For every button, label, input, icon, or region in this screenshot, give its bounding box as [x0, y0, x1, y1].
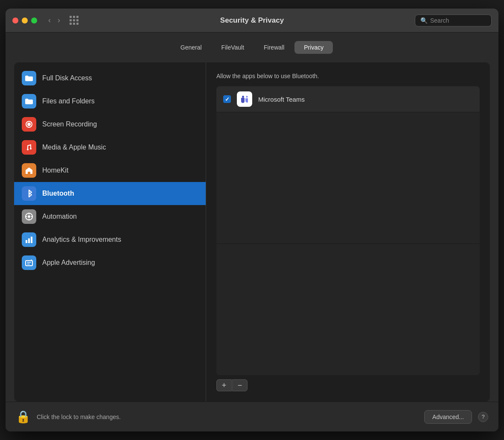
- lock-icon[interactable]: 🔒: [16, 410, 31, 424]
- svg-point-3: [30, 148, 32, 150]
- window-title: Security & Privacy: [220, 16, 284, 25]
- advanced-button[interactable]: Advanced...: [424, 410, 472, 424]
- sidebar-item-label: Automation: [42, 213, 77, 220]
- screen-recording-icon: [22, 117, 36, 132]
- svg-rect-13: [26, 261, 32, 266]
- list-controls: + −: [216, 379, 480, 391]
- automation-icon: [22, 209, 36, 224]
- apple-advertising-icon: [22, 255, 36, 270]
- app-row-microsoft-teams[interactable]: ✓ Microsoft Teams: [216, 86, 480, 112]
- sidebar-item-apple-advertising[interactable]: Apple Advertising: [14, 251, 206, 274]
- svg-point-15: [242, 96, 244, 98]
- svg-rect-11: [28, 238, 30, 243]
- forward-button[interactable]: ›: [55, 15, 63, 26]
- search-input[interactable]: [430, 17, 486, 24]
- right-panel: Allow the apps below to use Bluetooth. ✓: [206, 62, 490, 402]
- homekit-icon: [22, 163, 36, 178]
- content-area: Full Disk Access Files and Folders: [14, 62, 490, 402]
- sidebar-item-label: Media & Apple Music: [42, 144, 106, 151]
- minimize-button[interactable]: [22, 18, 28, 23]
- svg-point-5: [28, 215, 30, 218]
- sidebar-item-bluetooth[interactable]: Bluetooth: [14, 182, 206, 205]
- back-button[interactable]: ‹: [46, 15, 53, 26]
- sidebar-item-label: Analytics & Improvements: [42, 236, 121, 243]
- sidebar-item-homekit[interactable]: HomeKit: [14, 159, 206, 182]
- svg-rect-10: [26, 240, 27, 243]
- sidebar-item-analytics-improvements[interactable]: Analytics & Improvements: [14, 228, 206, 251]
- add-app-button[interactable]: +: [216, 379, 232, 391]
- remove-app-button[interactable]: −: [232, 379, 248, 391]
- svg-point-2: [27, 149, 29, 150]
- tab-filevault[interactable]: FileVault: [212, 41, 253, 54]
- maximize-button[interactable]: [31, 18, 37, 23]
- sidebar-item-label: Apple Advertising: [42, 259, 95, 267]
- app-grid-icon[interactable]: [70, 16, 79, 25]
- teams-app-icon: [237, 91, 252, 107]
- bluetooth-icon: [22, 186, 36, 201]
- files-folders-icon: [22, 94, 36, 109]
- footer-lock-text: Click the lock to make changes.: [37, 414, 418, 420]
- main-content: General FileVault Firewall Privacy Full …: [6, 32, 498, 402]
- sidebar: Full Disk Access Files and Folders: [14, 62, 206, 402]
- close-button[interactable]: [12, 18, 18, 23]
- sidebar-item-screen-recording[interactable]: Screen Recording: [14, 113, 206, 136]
- checkmark-icon: ✓: [225, 96, 230, 103]
- tab-firewall[interactable]: Firewall: [254, 41, 294, 54]
- svg-rect-12: [31, 237, 32, 243]
- sidebar-item-files-and-folders[interactable]: Files and Folders: [14, 90, 206, 113]
- titlebar: ‹ › Security & Privacy 🔍: [6, 9, 498, 32]
- sidebar-item-label: Bluetooth: [42, 190, 74, 197]
- sidebar-item-label: Full Disk Access: [42, 74, 92, 82]
- tab-privacy[interactable]: Privacy: [294, 41, 333, 54]
- tab-general[interactable]: General: [171, 41, 211, 54]
- full-disk-access-icon: [22, 71, 36, 85]
- sidebar-item-label: Files and Folders: [42, 97, 95, 105]
- apps-list: ✓ Microsoft Teams: [216, 86, 480, 375]
- help-button[interactable]: ?: [478, 412, 488, 422]
- tabs-row: General FileVault Firewall Privacy: [14, 41, 490, 54]
- main-window: ‹ › Security & Privacy 🔍 General FileVau…: [6, 9, 498, 431]
- sidebar-item-label: HomeKit: [42, 167, 68, 174]
- footer: 🔒 Click the lock to make changes. Advanc…: [6, 402, 498, 431]
- empty-row-1: [216, 112, 480, 244]
- teams-checkbox[interactable]: ✓: [223, 95, 231, 103]
- panel-description: Allow the apps below to use Bluetooth.: [216, 73, 480, 79]
- empty-row-2: [216, 244, 480, 375]
- media-apple-music-icon: [22, 140, 36, 155]
- traffic-lights: [12, 18, 37, 23]
- app-name-label: Microsoft Teams: [258, 96, 305, 103]
- sidebar-item-label: Screen Recording: [42, 120, 97, 128]
- sidebar-item-media-apple-music[interactable]: Media & Apple Music: [14, 136, 206, 159]
- search-bar[interactable]: 🔍: [415, 15, 492, 26]
- search-icon: 🔍: [420, 17, 428, 24]
- svg-point-1: [27, 123, 31, 126]
- sidebar-item-full-disk-access[interactable]: Full Disk Access: [14, 67, 206, 90]
- nav-buttons: ‹ ›: [46, 15, 63, 26]
- analytics-icon: [22, 232, 36, 247]
- sidebar-item-automation[interactable]: Automation: [14, 205, 206, 228]
